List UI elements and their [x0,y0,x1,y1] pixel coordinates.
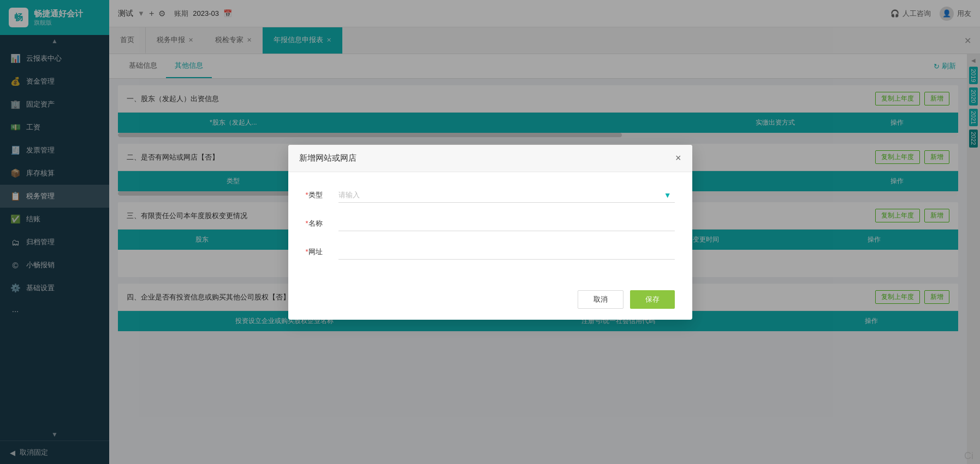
form-control-type: ▼ [338,187,675,203]
type-input[interactable] [338,187,675,203]
form-label-type: *类型 [306,190,338,200]
form-row-name: *名称 [306,216,675,231]
form-row-url: *网址 [306,244,675,260]
dialog-header: 新增网站或网店 × [288,145,692,172]
form-row-type: *类型 ▼ [306,187,675,203]
dropdown-arrow-icon[interactable]: ▼ [664,191,672,199]
form-label-name: *名称 [306,219,338,228]
save-button[interactable]: 保存 [630,290,675,309]
dialog-title: 新增网站或网店 [299,153,357,163]
form-control-url [338,244,675,260]
dialog-add-website: 新增网站或网店 × *类型 ▼ *名称 [288,145,692,320]
form-label-url: *网址 [306,247,338,257]
name-input[interactable] [338,216,675,231]
cancel-button[interactable]: 取消 [578,290,623,309]
url-input[interactable] [338,244,675,260]
form-control-name [338,216,675,231]
dialog-close-button[interactable]: × [675,152,681,164]
dialog-footer: 取消 保存 [288,284,692,320]
dialog-body: *类型 ▼ *名称 *网址 [288,172,692,284]
modal-overlay: 新增网站或网店 × *类型 ▼ *名称 [0,0,980,464]
